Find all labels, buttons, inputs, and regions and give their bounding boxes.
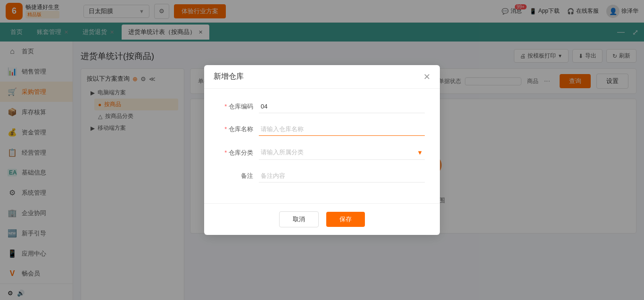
cancel-button[interactable]: 取消 bbox=[279, 211, 319, 227]
warehouse-category-placeholder: 请输入所属分类 bbox=[261, 148, 304, 157]
modal-body: 仓库编码 仓库名称 仓库分类 请输入所属分类 ▼ 备注 bbox=[204, 89, 440, 203]
remark-label: 备注 bbox=[219, 172, 253, 180]
modal-header: 新增仓库 ✕ bbox=[204, 65, 440, 89]
form-row-warehouse-code: 仓库编码 bbox=[219, 100, 425, 113]
new-warehouse-modal: 新增仓库 ✕ 仓库编码 仓库名称 仓库分类 请输入所属分类 ▼ bbox=[204, 65, 440, 235]
warehouse-name-input[interactable] bbox=[259, 123, 425, 136]
modal-overlay: 新增仓库 ✕ 仓库编码 仓库名称 仓库分类 请输入所属分类 ▼ bbox=[0, 0, 644, 300]
modal-close-button[interactable]: ✕ bbox=[423, 73, 430, 81]
remark-input[interactable] bbox=[259, 169, 425, 183]
form-row-warehouse-name: 仓库名称 bbox=[219, 123, 425, 136]
warehouse-category-select[interactable]: 请输入所属分类 ▼ bbox=[259, 145, 425, 160]
warehouse-code-label: 仓库编码 bbox=[219, 102, 253, 111]
warehouse-code-input[interactable] bbox=[259, 100, 425, 113]
form-row-remark: 备注 bbox=[219, 169, 425, 183]
modal-footer: 取消 保存 bbox=[204, 203, 440, 235]
warehouse-category-label: 仓库分类 bbox=[219, 149, 253, 157]
save-button[interactable]: 保存 bbox=[326, 212, 365, 227]
warehouse-name-label: 仓库名称 bbox=[219, 125, 253, 133]
warehouse-category-arrow: ▼ bbox=[417, 149, 423, 156]
modal-title: 新增仓库 bbox=[214, 72, 244, 82]
form-row-warehouse-category: 仓库分类 请输入所属分类 ▼ bbox=[219, 145, 425, 160]
